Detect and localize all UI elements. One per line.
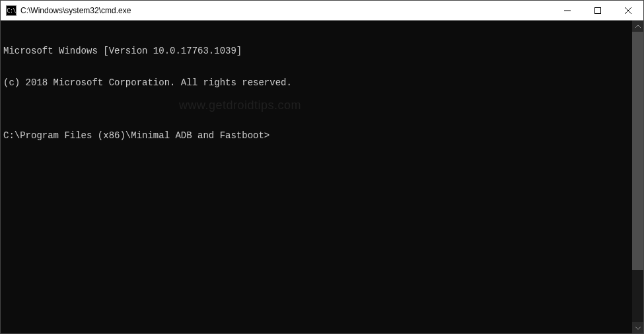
terminal-prompt: C:\Program Files (x86)\Minimal ADB and F… <box>3 130 629 141</box>
maximize-button[interactable] <box>583 1 613 20</box>
terminal-line: Microsoft Windows [Version 10.0.17763.10… <box>3 46 629 56</box>
app-icon: C:\ <box>6 5 17 16</box>
scroll-down-button[interactable] <box>632 322 643 333</box>
terminal-line: (c) 2018 Microsoft Corporation. All righ… <box>3 77 629 88</box>
maximize-icon <box>594 7 601 14</box>
terminal-output[interactable]: Microsoft Windows [Version 10.0.17763.10… <box>1 21 632 333</box>
chevron-down-icon <box>635 326 641 330</box>
cmd-window: C:\ C:\Windows\system32\cmd.exe Microsof… <box>0 0 644 334</box>
chevron-up-icon <box>635 24 641 28</box>
close-icon <box>625 7 631 14</box>
window-controls <box>552 1 643 20</box>
watermark-text: www.getdroidtips.com <box>179 100 301 110</box>
scrollbar-thumb[interactable] <box>632 32 643 270</box>
scrollbar-track[interactable] <box>632 32 643 322</box>
window-title: C:\Windows\system32\cmd.exe <box>20 6 552 15</box>
titlebar[interactable]: C:\ C:\Windows\system32\cmd.exe <box>1 1 643 21</box>
minimize-icon <box>564 7 571 14</box>
minimize-button[interactable] <box>552 1 583 20</box>
scroll-up-button[interactable] <box>632 21 643 32</box>
close-button[interactable] <box>613 1 643 20</box>
vertical-scrollbar[interactable] <box>632 21 643 333</box>
client-area: Microsoft Windows [Version 10.0.17763.10… <box>1 21 643 333</box>
svg-rect-1 <box>595 7 601 13</box>
